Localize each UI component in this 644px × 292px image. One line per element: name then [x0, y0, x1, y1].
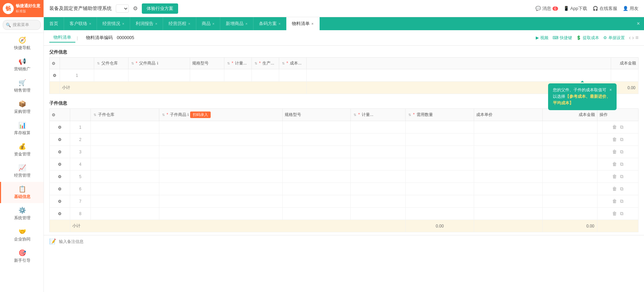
child-row-unit-price[interactable] — [474, 195, 543, 208]
sidebar-item-system[interactable]: ⚙️ 系统管理 — [0, 203, 44, 224]
copy-row-btn[interactable]: ⧉ — [620, 174, 623, 179]
child-product-hint-icon[interactable]: ℹ — [187, 113, 189, 117]
parent-row-product[interactable] — [128, 69, 190, 82]
child-row-product[interactable] — [159, 121, 282, 133]
sort-icon[interactable]: ⇅ — [282, 61, 285, 65]
child-row-warehouse[interactable] — [90, 195, 159, 208]
sort-icon[interactable]: ⇅ — [408, 113, 411, 117]
tooltip-close-btn[interactable]: × — [609, 87, 612, 93]
settings-icon[interactable]: ⚙ — [133, 5, 138, 12]
sidebar-item-quick-nav[interactable]: 🧭 快捷导航 — [0, 33, 44, 54]
parent-row-unit[interactable] — [224, 69, 252, 82]
child-row-spec[interactable] — [282, 171, 351, 183]
sort-icon[interactable]: ⇅ — [255, 61, 257, 65]
child-row-qty[interactable] — [406, 121, 474, 133]
child-row-unit-price[interactable] — [474, 158, 543, 171]
child-row-unit-price[interactable] — [474, 133, 543, 146]
copy-row-btn[interactable]: ⧉ — [620, 198, 623, 204]
child-row-product[interactable] — [159, 133, 282, 146]
copy-row-btn[interactable]: ⧉ — [620, 137, 623, 142]
sidebar-item-basic-info[interactable]: 📋 基础信息 — [0, 182, 44, 203]
sort-icon[interactable]: ⇅ — [162, 113, 165, 117]
child-row-spec[interactable] — [282, 183, 351, 195]
delete-row-btn[interactable]: 🗑 — [612, 124, 617, 130]
child-row-product[interactable] — [159, 183, 282, 195]
child-row-unit[interactable] — [351, 158, 406, 171]
parent-product-hint-icon[interactable]: ℹ — [157, 61, 158, 65]
child-row-unit-price[interactable] — [474, 208, 543, 220]
child-row-product[interactable] — [159, 195, 282, 208]
tab-bom[interactable]: 物料清单 × — [286, 17, 319, 30]
tab-home[interactable]: 首页 — [44, 17, 64, 30]
sidebar-item-cooperation[interactable]: 🤝 企业协同 — [0, 224, 44, 246]
user-avatar[interactable]: 👤 用友 — [623, 5, 639, 12]
close-tab-profit[interactable]: × — [155, 22, 157, 26]
delete-row-btn[interactable]: 🗑 — [612, 198, 617, 204]
sidebar-item-sales[interactable]: 🛒 销售管理 — [0, 75, 44, 97]
parent-row-cost[interactable] — [279, 69, 307, 82]
delete-row-btn[interactable]: 🗑 — [612, 137, 617, 142]
delete-row-btn[interactable]: 🗑 — [612, 174, 617, 179]
child-row-product[interactable] — [159, 158, 282, 171]
child-row-unit-price[interactable] — [474, 183, 543, 195]
sidebar-item-purchase[interactable]: 📦 采购管理 — [0, 97, 44, 118]
parent-row-spec[interactable] — [190, 69, 224, 82]
child-row-unit-price[interactable] — [474, 171, 543, 183]
copy-row-btn[interactable]: ⧉ — [620, 149, 623, 154]
view-btn[interactable]: ▶ 视频 — [536, 35, 548, 41]
sidebar-search[interactable]: 🔍 搜索菜单 — [0, 17, 44, 33]
child-row-warehouse[interactable] — [90, 133, 159, 146]
close-tab-bom[interactable]: × — [311, 22, 313, 26]
tab-products[interactable]: 商品 × — [196, 17, 220, 30]
record-list-btn[interactable]: ≡ — [635, 35, 639, 41]
sidebar-item-inventory[interactable]: 📊 库存核算 — [0, 118, 44, 139]
delete-row-btn[interactable]: 🗑 — [612, 149, 617, 154]
close-all-tabs-btn[interactable]: × — [633, 17, 644, 30]
sidebar-item-marketing[interactable]: 📢 营销推广 — [0, 54, 44, 75]
close-tab-operations[interactable]: × — [122, 22, 124, 26]
child-row-spec[interactable] — [282, 133, 351, 146]
close-tab-new-product[interactable]: × — [245, 22, 247, 26]
child-row-unit[interactable] — [351, 183, 406, 195]
system-selector[interactable] — [116, 4, 129, 13]
sort-icon[interactable]: ⇅ — [94, 113, 96, 117]
child-row-spec[interactable] — [282, 146, 351, 158]
tab-operations[interactable]: 经营情况 × — [97, 17, 130, 30]
close-tab-barcode[interactable]: × — [278, 22, 281, 26]
online-service-btn[interactable]: 🎧 在线客服 — [593, 5, 617, 12]
child-row-unit[interactable] — [351, 146, 406, 158]
child-row-warehouse[interactable] — [90, 208, 159, 220]
prev-record-btn[interactable]: ‹ — [629, 35, 631, 41]
child-row-warehouse[interactable] — [90, 158, 159, 171]
sidebar-item-finance[interactable]: 💰 资金管理 — [0, 139, 44, 161]
child-row-qty[interactable] — [406, 146, 474, 158]
child-row-qty[interactable] — [406, 208, 474, 220]
child-row-qty[interactable] — [406, 158, 474, 171]
copy-row-btn[interactable]: ⧉ — [620, 124, 623, 130]
tab-customer[interactable]: 客户联络 × — [64, 17, 97, 30]
cost-btn[interactable]: 💲 提取成本 — [576, 35, 599, 41]
sub-tab-bom-list[interactable]: 物料清单 — [49, 33, 75, 43]
sort-icon[interactable]: ⇅ — [131, 61, 134, 65]
child-row-qty[interactable] — [406, 171, 474, 183]
child-row-unit[interactable] — [351, 195, 406, 208]
sort-icon[interactable]: ⇅ — [354, 113, 356, 117]
child-row-unit-price[interactable] — [474, 121, 543, 133]
copy-row-btn[interactable]: ⧉ — [620, 186, 623, 191]
scan-input-btn[interactable]: 扫码录入 — [190, 112, 211, 118]
tab-history[interactable]: 经营历程 × — [163, 17, 196, 30]
close-tab-products[interactable]: × — [212, 22, 214, 26]
tab-barcode[interactable]: 条码方案 × — [253, 17, 286, 30]
tab-profit[interactable]: 利润报告 × — [130, 17, 163, 30]
child-row-qty[interactable] — [406, 183, 474, 195]
parent-row-produce[interactable] — [252, 69, 279, 82]
child-row-spec[interactable] — [282, 195, 351, 208]
experience-btn[interactable]: 体验行业方案 — [142, 3, 178, 14]
sort-icon[interactable]: ⇅ — [227, 61, 230, 65]
sort-icon[interactable]: ⇅ — [97, 61, 100, 65]
child-row-unit[interactable] — [351, 133, 406, 146]
close-tab-customer[interactable]: × — [89, 22, 91, 26]
child-row-warehouse[interactable] — [90, 146, 159, 158]
child-row-qty[interactable] — [406, 133, 474, 146]
next-record-btn[interactable]: › — [632, 35, 634, 41]
